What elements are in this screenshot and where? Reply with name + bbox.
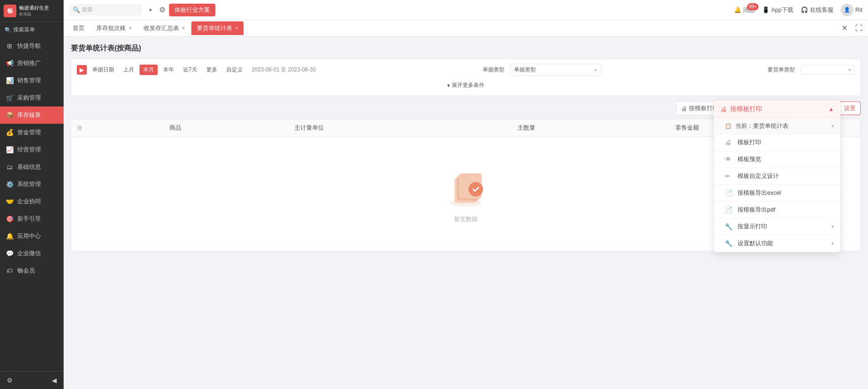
template-export-pdf-label: 按模板导出pdf — [738, 206, 775, 214]
order-type-select[interactable]: ▾ — [800, 65, 855, 75]
topbar-search-icon: 🔍 — [73, 6, 80, 13]
type-filter-label: 单据类型 — [483, 66, 504, 74]
sidebar-item-finance[interactable]: 💰 资金管理 — [0, 124, 64, 141]
settings-icon[interactable]: ⚙ — [5, 376, 14, 384]
guide-icon: 🎯 — [5, 215, 14, 223]
quick-nav-label: 快捷导航 — [17, 42, 41, 50]
type-filter-select[interactable]: 单据类型 ▾ — [510, 64, 601, 76]
notifications-badge: 99+ — [747, 3, 758, 10]
sidebar-item-member[interactable]: 🏷 畅会员 — [0, 262, 64, 279]
sidebar-item-quick-nav[interactable]: ⊞ 快捷导航 — [0, 37, 64, 55]
date-btn-近7天[interactable]: 近7天 — [180, 65, 201, 75]
sidebar-item-wechat[interactable]: 💬 企业微信 — [0, 245, 64, 262]
default-func-icon: 🔧 — [725, 240, 733, 247]
user-avatar: 👤 — [841, 4, 853, 16]
dropdown-header-arrow: ▲ — [828, 106, 834, 112]
notifications-btn[interactable]: 🔔 消息 99+ — [734, 6, 755, 14]
tab-close-inventory-batch[interactable]: × — [129, 25, 132, 31]
topbar-nav-arrow[interactable]: ▾ — [145, 5, 155, 15]
dropdown-header[interactable]: 🖨 按模板打印 ▲ — [714, 101, 840, 118]
quick-nav-icon: ⊞ — [5, 42, 14, 50]
avatar-icon: 👤 — [844, 7, 850, 13]
date-btn-本月[interactable]: 本月 — [140, 65, 158, 75]
collapse-icon[interactable]: ◀ — [50, 376, 58, 384]
online-service-btn[interactable]: 🎧 在线客服 — [801, 6, 833, 14]
tab-close-order-summary[interactable]: × — [235, 25, 238, 31]
dropdown-item-template-design[interactable]: ✏ 模板自定义设计 — [714, 168, 840, 185]
system-label: 系统管理 — [17, 180, 41, 188]
sidebar-item-purchase[interactable]: 🛒 采购管理 — [0, 89, 64, 106]
display-print-arrow: ▾ — [831, 223, 834, 230]
date-btn-上月[interactable]: 上月 — [120, 65, 138, 75]
dropdown-sub-item-default-func[interactable]: 🔧 设置默认功能 ▾ — [714, 235, 840, 252]
online-service-label: 在线客服 — [810, 6, 833, 14]
dropdown-current-template[interactable]: 📋 当前：要货单统计表 ▾ — [714, 118, 840, 134]
tab-label-order-summary: 要货单统计表 — [197, 24, 232, 32]
close-window-btn[interactable]: ✕ — [839, 23, 850, 34]
tabs-bar: 首页库存批次账×收发存汇总表×要货单统计表× ✕ ⛶ — [64, 20, 868, 36]
topbar-search-placeholder: 搜索 — [82, 6, 93, 14]
tab-order-summary[interactable]: 要货单统计表× — [191, 21, 244, 35]
sidebar-item-basic[interactable]: 🗂 基础信息 — [0, 158, 64, 176]
col-header-1: 商品 — [164, 119, 289, 137]
industry-btn[interactable]: 体验行业方案 — [169, 4, 215, 16]
col-header-0: ⚙ — [71, 119, 164, 137]
dropdown-item-template-preview[interactable]: 👁 模板预览 — [714, 151, 840, 168]
inventory-label: 库存核算 — [17, 111, 41, 119]
tab-label-inventory-batch: 库存批次账 — [96, 24, 126, 32]
settings-btn[interactable]: 设置 — [839, 101, 861, 115]
template-export-excel-icon: 📄 — [725, 189, 733, 197]
guide-label: 新手引导 — [17, 215, 41, 223]
sidebar-search[interactable]: 🔍 搜索菜单 — [0, 22, 64, 37]
tab-inventory-batch[interactable]: 库存批次账× — [91, 21, 137, 35]
date-filter-label: 单据日期 — [92, 66, 114, 74]
date-btn-更多[interactable]: 更多 — [203, 65, 221, 75]
dropdown-item-template-export-pdf[interactable]: 📄 按模板导出pdf — [714, 202, 840, 218]
default-func-arrow: ▾ — [831, 240, 834, 247]
sidebar-nav: ⊞ 快捷导航 📢 营销推广 📊 销售管理 🛒 采购管理 📦 库存核算 💰 资金管… — [0, 37, 64, 279]
topbar-settings-icon[interactable]: ⚙ — [159, 5, 165, 14]
date-btn-本年[interactable]: 本年 — [160, 65, 178, 75]
sidebar-item-appstore[interactable]: 🔔 应用中心 — [0, 227, 64, 245]
sidebar-item-collab[interactable]: 🤝 企业协同 — [0, 193, 64, 210]
date-buttons: 上月本月本年近7天更多自定义 — [120, 65, 246, 75]
dropdown-item-template-print[interactable]: 🖨 模板打印 — [714, 134, 840, 151]
purchase-icon: 🛒 — [5, 94, 14, 102]
empty-text: 暂无数据 — [454, 215, 478, 223]
sidebar: 畅 畅捷通好生意 标准版 🔍 搜索菜单 ⊞ 快捷导航 📢 营销推广 📊 销售管理… — [0, 0, 64, 389]
tab-collection-summary[interactable]: 收发存汇总表× — [138, 21, 190, 35]
basic-label: 基础信息 — [17, 163, 41, 171]
dropdown-sub-item-display-print[interactable]: 🔧 按显示打印 ▾ — [714, 218, 840, 235]
dropdown-item-template-export-excel[interactable]: 📄 按模板导出excel — [714, 185, 840, 202]
col-header-2: 主计量单位 — [289, 119, 512, 137]
search-icon: 🔍 — [5, 27, 11, 33]
sidebar-item-guide[interactable]: 🎯 新手引导 — [0, 210, 64, 227]
date-btn-自定义[interactable]: 自定义 — [223, 65, 246, 75]
sidebar-item-system[interactable]: ⚙️ 系统管理 — [0, 176, 64, 193]
sidebar-item-sales[interactable]: 📊 销售管理 — [0, 72, 64, 89]
expand-more-btn[interactable]: ▾ 展开更多条件 — [444, 80, 488, 91]
expand-filter-btn[interactable]: ▶ — [77, 65, 87, 75]
sidebar-item-marketing[interactable]: 📢 营销推广 — [0, 55, 64, 72]
tab-home[interactable]: 首页 — [67, 21, 90, 35]
system-icon: ⚙️ — [5, 180, 14, 188]
topbar-search[interactable]: 🔍 搜索 — [69, 4, 142, 15]
tab-close-collection-summary[interactable]: × — [182, 25, 185, 31]
username-label: Rit — [855, 6, 863, 13]
sidebar-logo: 畅 畅捷通好生意 标准版 — [0, 0, 64, 22]
display-print-icon: 🔧 — [725, 223, 733, 230]
dropdown-print-icon: 🖨 — [720, 106, 727, 113]
app-download-btn[interactable]: 📱 App下载 — [762, 6, 793, 14]
maximize-window-btn[interactable]: ⛶ — [853, 23, 864, 34]
sidebar-search-label: 搜索菜单 — [13, 26, 35, 34]
tab-label-collection-summary: 收发存汇总表 — [144, 24, 179, 32]
sidebar-item-inventory[interactable]: 📦 库存核算 — [0, 106, 64, 124]
table-settings-icon[interactable]: ⚙ — [77, 124, 83, 131]
filter-row-1: ▶ 单据日期 上月本月本年近7天更多自定义 2023-06-01 至 2023-… — [77, 64, 855, 76]
phone-icon: 📱 — [762, 6, 769, 13]
template-print-label: 模板打印 — [738, 138, 761, 147]
basic-icon: 🗂 — [5, 163, 14, 171]
sidebar-item-operations[interactable]: 📈 经营管理 — [0, 141, 64, 158]
user-avatar-btn[interactable]: 👤 Rit — [841, 4, 863, 16]
tabs-actions: ✕ ⛶ — [839, 23, 864, 34]
